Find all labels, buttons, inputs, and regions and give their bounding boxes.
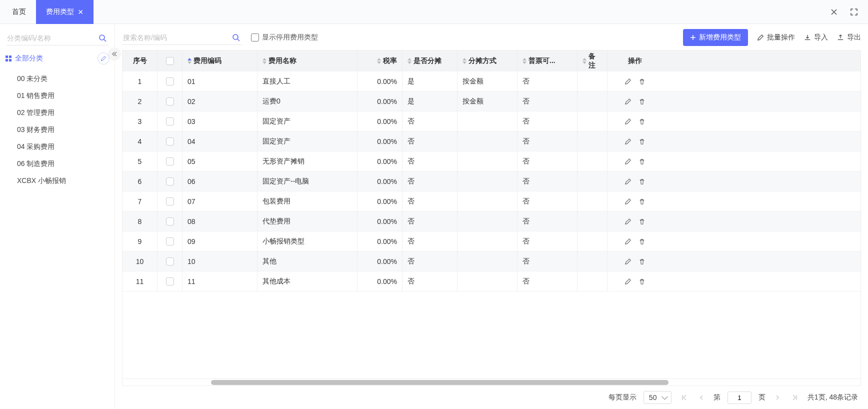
delete-row-button[interactable] [638,138,646,145]
show-disabled-input[interactable] [251,34,259,42]
edit-category-button[interactable] [98,52,110,64]
export-button[interactable]: 导出 [837,33,861,42]
show-disabled-checkbox[interactable]: 显示停用费用类型 [251,33,318,42]
delete-row-button[interactable] [638,278,646,285]
first-page-button[interactable] [678,393,690,402]
edit-row-button[interactable] [624,98,632,105]
sidebar-item[interactable]: 01 销售费用 [0,88,114,104]
delete-row-button[interactable] [638,238,646,245]
delete-row-button[interactable] [638,78,646,85]
cell-ticket: 否 [518,72,578,91]
cell-op [608,72,662,91]
category-root[interactable]: 全部分类 [0,48,114,68]
sort-icon [188,58,192,64]
edit-row-button[interactable] [624,178,632,185]
sidebar-item[interactable]: 04 采购费用 [0,138,114,156]
delete-row-button[interactable] [638,198,646,205]
delete-row-button[interactable] [638,98,646,105]
last-page-button[interactable] [790,393,800,402]
tab-home[interactable]: 首页 [2,0,36,24]
col-note[interactable]: 备注 [578,50,608,72]
sidebar-item[interactable]: 02 管理费用 [0,104,114,122]
cell-op [608,172,662,191]
import-button[interactable]: 导入 [804,33,828,42]
edit-row-button[interactable] [624,138,632,145]
main-search-input[interactable] [122,30,230,44]
delete-row-button[interactable] [638,178,646,185]
tab-expense-type[interactable]: 费用类型 × [36,0,94,24]
collapse-sidebar-button[interactable] [108,48,120,60]
row-checkbox[interactable] [166,98,174,106]
delete-row-button[interactable] [638,258,646,265]
sidebar-item[interactable]: 03 财务费用 [0,122,114,138]
sidebar-item-label: 00 未分类 [17,74,48,82]
col-rate[interactable]: 税率 [358,50,402,72]
sidebar-item[interactable]: 00 未分类 [0,70,114,88]
delete-row-button[interactable] [638,118,646,125]
col-checkbox[interactable] [158,50,182,72]
row-checkbox[interactable] [166,138,174,146]
search-icon[interactable] [230,32,242,44]
edit-row-button[interactable] [624,258,632,265]
col-method[interactable]: 分摊方式 [458,50,518,72]
cell-code: 06 [182,172,258,191]
cell-checkbox [158,212,182,231]
row-checkbox[interactable] [166,238,174,246]
select-all-checkbox[interactable] [166,57,174,65]
row-checkbox[interactable] [166,258,174,266]
delete-row-button[interactable] [638,218,646,225]
row-checkbox[interactable] [166,118,174,126]
cell-checkbox [158,192,182,211]
edit-row-button[interactable] [624,198,632,205]
cell-name: 小畅报销类型 [258,232,358,251]
page-summary: 共1页, 48条记录 [808,393,858,402]
sidebar-item-label: 01 销售费用 [17,92,54,100]
scrollbar-thumb[interactable] [211,380,668,385]
col-ticket[interactable]: 普票可... [518,50,578,72]
edit-row-button[interactable] [624,238,632,245]
cell-seq: 11 [122,272,158,291]
col-share[interactable]: 是否分摊 [402,50,458,72]
edit-row-button[interactable] [624,158,632,165]
sidebar-search-input[interactable] [6,31,96,45]
sidebar-item[interactable]: XCBX 小畅报销 [0,172,114,190]
edit-row-button[interactable] [624,118,632,125]
col-code[interactable]: 费用编码 [182,50,258,72]
cell-ticket: 否 [518,92,578,111]
table-row: 1111其他成本0.00%否否 [122,272,860,292]
row-checkbox[interactable] [166,158,174,166]
search-icon[interactable] [96,32,108,44]
add-expense-type-button[interactable]: 新增费用类型 [683,29,748,46]
batch-operation-button[interactable]: 批量操作 [757,33,795,42]
row-checkbox[interactable] [166,178,174,186]
row-checkbox[interactable] [166,278,174,286]
page-input[interactable] [728,392,752,404]
row-checkbox[interactable] [166,198,174,206]
horizontal-scrollbar[interactable] [122,378,860,386]
main-search [122,30,242,45]
import-label: 导入 [814,33,828,42]
row-checkbox[interactable] [166,218,174,226]
col-seq[interactable]: 序号 [122,50,158,72]
edit-row-button[interactable] [624,278,632,285]
cell-seq: 2 [122,92,158,111]
chevron-left-double-icon [112,51,118,57]
delete-row-button[interactable] [638,158,646,165]
fullscreen-button[interactable] [846,4,862,20]
cell-ticket: 否 [518,252,578,271]
table-row: 707包装费用0.00%否否 [122,192,860,212]
close-icon[interactable]: × [78,8,84,16]
cell-seq: 10 [122,252,158,271]
row-checkbox[interactable] [166,78,174,86]
next-page-button[interactable] [772,394,782,402]
edit-row-button[interactable] [624,218,632,225]
sidebar-item[interactable]: 06 制造费用 [0,156,114,172]
per-page-select[interactable]: 50 [644,391,672,404]
cell-checkbox [158,132,182,151]
prev-page-button[interactable] [696,394,706,402]
col-name[interactable]: 费用名称 [258,50,358,72]
chevron-right-icon [774,394,780,400]
cell-ticket: 否 [518,112,578,131]
edit-row-button[interactable] [624,78,632,85]
close-all-tabs-button[interactable] [826,4,842,20]
